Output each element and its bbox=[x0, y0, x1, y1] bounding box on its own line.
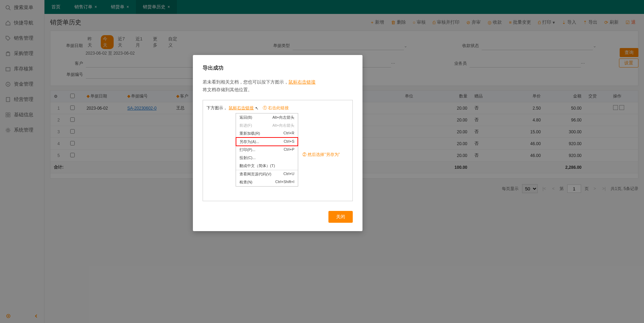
context-menu-item: 打印(P)...Ctrl+P bbox=[236, 146, 298, 154]
cursor-icon: ↖ bbox=[255, 106, 259, 111]
modal-text: 若未看到相关文档，您也可以按下方图示，鼠标右击链接 将文档存储到其他位置。 bbox=[203, 78, 353, 94]
context-menu-item: 另存为(A)...Ctrl+S bbox=[236, 137, 298, 146]
context-menu-illustration: 返回(B)Alt+向左箭头前进(F)Alt+向右箭头重新加载(R)Ctrl+R另… bbox=[236, 113, 298, 187]
modal-title: 导出成功 bbox=[203, 65, 353, 71]
context-menu-item: 投射(C)... bbox=[236, 154, 298, 162]
hint-1: ① 右击此链接 bbox=[263, 105, 289, 111]
context-menu-item: 翻成中文（简体）(T) bbox=[236, 162, 298, 170]
tip-prefix: 下方图示， bbox=[206, 105, 227, 111]
context-menu-item: 检查(N)Ctrl+Shift+I bbox=[236, 178, 298, 186]
context-menu-item: 前进(F)Alt+向右箭头 bbox=[236, 121, 298, 129]
context-menu-item: 重新加载(R)Ctrl+R bbox=[236, 129, 298, 137]
export-success-modal: 导出成功 若未看到相关文档，您也可以按下方图示，鼠标右击链接 将文档存储到其他位… bbox=[193, 55, 362, 231]
hint-2: ② 然后选择"另存为" bbox=[302, 152, 445, 158]
modal-close-button[interactable]: 关闭 bbox=[328, 211, 353, 223]
context-menu-item: 返回(B)Alt+向左箭头 bbox=[236, 113, 298, 121]
tip-link: 鼠标右击链接 bbox=[229, 105, 254, 111]
tips-box: 下方图示， 鼠标右击链接 ↖ ① 右击此链接 返回(B)Alt+向左箭头前进(F… bbox=[203, 100, 353, 201]
context-menu-item: 查看网页源代码(V)Ctrl+U bbox=[236, 170, 298, 178]
right-click-link[interactable]: 鼠标右击链接 bbox=[288, 79, 316, 85]
